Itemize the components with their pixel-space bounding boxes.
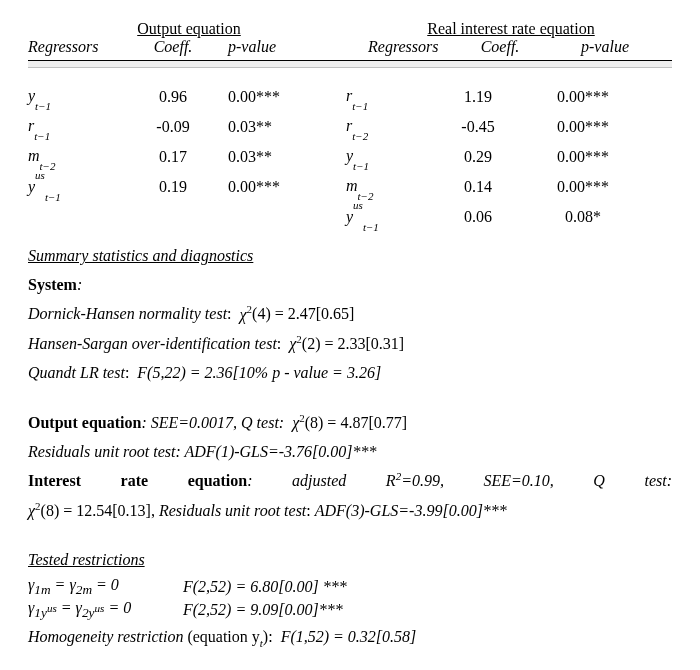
restriction-1-lhs: γ1m = γ2m = 0 <box>28 576 183 598</box>
homog-pre: Homogeneity restriction <box>28 628 183 645</box>
regressor-left: mt−2 <box>28 147 56 167</box>
restriction-2-rhs: F(2,52) = 9.09[0.00]*** <box>183 601 343 619</box>
rate-stats-title: Interest rate equation <box>28 473 247 490</box>
output-resid-val: ADF(1)-GLS=-3.76[0.00]*** <box>184 443 376 460</box>
hdr-pvalue-l: p-value <box>218 38 328 56</box>
output-eq-title: Output equation <box>28 20 350 38</box>
output-stats-chi: (8) = 4.87[0.77] <box>305 414 407 431</box>
rate-stats-mid1: adjusted R <box>292 473 396 490</box>
rate-resid-val: ADF(3)-GLS=-3.99[0.00]*** <box>315 502 507 519</box>
coef-left: 0.17 <box>128 148 218 166</box>
regressor-left: yust−1 <box>28 176 61 199</box>
coef-right: 0.06 <box>428 208 528 226</box>
regressor-right: yt−1 <box>346 147 369 167</box>
output-stats-mid: SEE=0.0017, Q test: <box>151 414 284 431</box>
summary-title: Summary statistics and diagnostics <box>28 242 672 269</box>
hansen-label: Hansen-Sargan over-identification test <box>28 335 277 352</box>
pval-right: 0.08* <box>528 208 638 226</box>
restriction-1: γ1m = γ2m = 0 F(2,52) = 6.80[0.00] *** <box>28 576 672 598</box>
pval-left: 0.03** <box>218 118 328 136</box>
rate-resid-pre: Residuals unit root test <box>159 502 306 519</box>
coef-left: 0.19 <box>128 178 218 196</box>
header-row: Output equation Regressors Coeff. p-valu… <box>28 20 672 56</box>
table-row: mt−20.170.03**yt−10.290.00*** <box>28 142 672 172</box>
table-row: rt−1-0.090.03**rt−2-0.450.00*** <box>28 112 672 142</box>
coef-right: 0.14 <box>428 178 528 196</box>
chi-icon <box>28 502 35 519</box>
restriction-2: γ1yus = γ2yus = 0 F(2,52) = 9.09[0.00]**… <box>28 599 672 621</box>
rate-eq-title: Real interest rate equation <box>350 20 672 38</box>
coef-left: -0.09 <box>128 118 218 136</box>
quandt-label: Quandt LR test <box>28 364 125 381</box>
pval-right: 0.00*** <box>528 178 638 196</box>
coef-right: -0.45 <box>428 118 528 136</box>
regressor-right: rt−2 <box>346 117 368 137</box>
homog-eq: (equation y <box>187 628 259 645</box>
table-row: yust−10.190.00***mt−20.140.00*** <box>28 172 672 202</box>
pval-left: 0.03** <box>218 148 328 166</box>
restriction-1-rhs: F(2,52) = 6.80[0.00] *** <box>183 578 347 596</box>
output-resid-line: Residuals unit root test: ADF(1)-GLS=-3.… <box>28 438 672 465</box>
hdr-regressors-l: Regressors <box>28 38 128 56</box>
quandt-val: F(5,22) = 2.36[10% p - value = 3.26] <box>137 364 381 381</box>
dornick-line: Dornick-Hansen normality test: 2(4) = 2.… <box>28 300 672 328</box>
pval-right: 0.00*** <box>528 118 638 136</box>
output-resid-pre: Residuals unit root test <box>28 443 175 460</box>
pval-right: 0.00*** <box>528 88 638 106</box>
output-stats-line: Output equation: SEE=0.0017, Q test: 2(8… <box>28 409 672 437</box>
hdr-regressors-r: Regressors <box>350 38 450 56</box>
regressor-right: rt−1 <box>346 87 368 107</box>
hansen-val: (2) = 2.33[0.31] <box>302 335 404 352</box>
rate-stats-line1: Interest rate equation: adjusted R2=0.99… <box>28 467 672 495</box>
pval-left: 0.00*** <box>218 88 328 106</box>
header-separator <box>28 60 672 68</box>
pval-right: 0.00*** <box>528 148 638 166</box>
dornick-label: Dornick-Hansen normality test <box>28 306 227 323</box>
system-line: System: <box>28 271 672 298</box>
system-label: System <box>28 276 77 293</box>
table-row: yust−10.060.08* <box>28 202 672 232</box>
restrictions-title: Tested restrictions <box>28 546 672 573</box>
dornick-val: (4) = 2.47[0.65] <box>252 306 354 323</box>
chi-icon <box>240 306 247 323</box>
homog-eq2: ): <box>263 628 273 645</box>
regressor-right: mt−2 <box>346 177 374 197</box>
output-stats-title: Output equation <box>28 414 141 431</box>
coef-left: 0.96 <box>128 88 218 106</box>
coef-right: 1.19 <box>428 88 528 106</box>
rate-stats-mid1b: =0.99, SEE=0.10, Q test: <box>401 473 672 490</box>
hansen-line: Hansen-Sargan over-identification test: … <box>28 330 672 358</box>
hdr-pvalue-r: p-value <box>550 38 660 56</box>
rate-stats-line2: 2(8) = 12.54[0.13], Residuals unit root … <box>28 497 672 525</box>
restriction-2-lhs: γ1yus = γ2yus = 0 <box>28 599 183 621</box>
homog-val: F(1,52) = 0.32[0.58] <box>281 628 417 645</box>
regressor-right: yust−1 <box>346 206 379 229</box>
hdr-coeff-l: Coeff. <box>128 38 218 56</box>
homogeneity-line: Homogeneity restriction (equation yt): F… <box>28 623 672 650</box>
data-table: yt−10.960.00***rt−11.190.00***rt−1-0.090… <box>28 82 672 232</box>
table-row: yt−10.960.00***rt−11.190.00*** <box>28 82 672 112</box>
coef-right: 0.29 <box>428 148 528 166</box>
rate-stats-chi: (8) = 12.54[0.13] <box>41 502 151 519</box>
regressor-left: yt−1 <box>28 87 51 107</box>
hdr-coeff-r: Coeff. <box>450 38 550 56</box>
pval-left: 0.00*** <box>218 178 328 196</box>
regressor-left: rt−1 <box>28 117 50 137</box>
quandt-line: Quandt LR test: F(5,22) = 2.36[10% p - v… <box>28 359 672 386</box>
